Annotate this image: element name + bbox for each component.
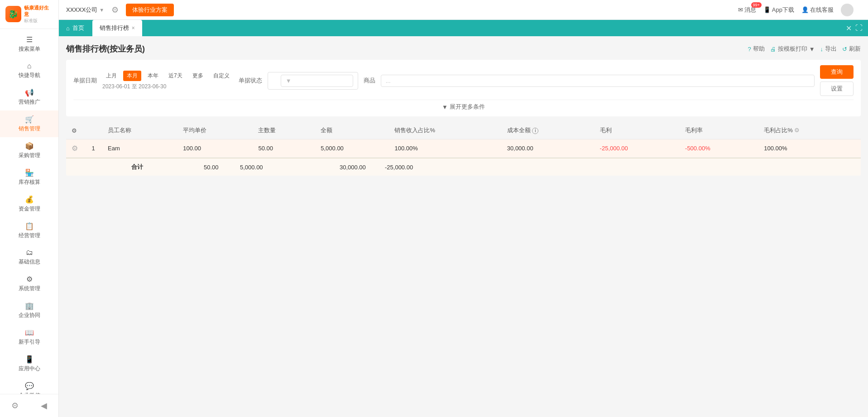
footer-cost: 30,000.00 — [334, 164, 379, 171]
logo-title: 畅康通好生意 — [24, 5, 53, 18]
company-name: XXXXX公司 — [66, 6, 97, 14]
tabs-right: ✕ ⛶ — [846, 24, 868, 33]
sidebar-item-enterprise[interactable]: 🏢企业协同 — [0, 297, 58, 324]
filter-expand: ▼ 展开更多条件 — [73, 100, 854, 111]
help-btn[interactable]: ? 帮助 — [748, 45, 764, 53]
tab-close-window-icon[interactable]: ✕ — [846, 24, 852, 33]
tab-home[interactable]: ⌂ 首页 — [59, 20, 91, 36]
expand-more-btn[interactable]: ▼ 展开更多条件 — [73, 103, 854, 111]
refresh-btn[interactable]: ↺ 刷新 — [842, 45, 861, 53]
wechat-icon: 💬 — [25, 382, 34, 390]
export-btn[interactable]: ↓ 导出 — [820, 45, 837, 53]
avatar[interactable] — [841, 4, 854, 16]
sidebar-item-system[interactable]: ⚙系统管理 — [0, 270, 58, 297]
header-message-btn[interactable]: ✉ 消息 99+ — [738, 6, 756, 14]
col-avg-price: 平均单价 — [177, 122, 253, 139]
logo-sub: 标准版 — [24, 18, 53, 24]
row-rank-0: 1 — [84, 139, 102, 158]
filter-area: 单据日期 上月 本月 本年 近7天 更多 自定义 2023-06-01 至 20… — [66, 60, 861, 116]
page-actions: ? 帮助 🖨 按模板打印 ▼ ↓ 导出 ↺ 刷新 — [748, 45, 861, 53]
sidebar-settings-btn[interactable]: ⚙ — [8, 399, 22, 412]
col-settings[interactable]: ⚙ — [66, 122, 84, 139]
sidebar-label-inventory: 库存核算 — [19, 178, 40, 186]
home-icon: ⌂ — [66, 25, 70, 32]
col-amount: 全额 — [315, 122, 389, 139]
data-table: ⚙ 员工名称 平均单价 主数量 全额 销售收入占比% 成本全额 i 毛利 毛利率… — [66, 122, 861, 176]
sidebar-item-purchase[interactable]: 📦采购管理 — [0, 137, 58, 164]
header: XXXXX公司 ▼ ⚙ 体验行业方案 ✉ 消息 99+ 📱 App下载 👤 在线… — [59, 0, 868, 20]
guide-icon: 📖 — [25, 328, 34, 337]
sidebar-item-basic[interactable]: 🗂基础信息 — [0, 244, 58, 270]
sidebar-item-quick-nav[interactable]: ⌂快捷导航 — [0, 58, 58, 84]
company-arrow-icon: ▼ — [99, 7, 104, 13]
goods-filter-label: 商品 — [364, 77, 375, 85]
sidebar-item-finance[interactable]: 💰资金管理 — [0, 191, 58, 217]
marketing-icon: 📢 — [25, 88, 34, 97]
header-app-btn[interactable]: 📱 App下载 — [763, 6, 794, 14]
filter-settings-button[interactable]: 设置 — [820, 81, 854, 96]
status-dropdown-icon: ▼ — [281, 75, 353, 87]
company-selector[interactable]: XXXXX公司 ▼ — [66, 6, 104, 14]
table-footer: 合计 50.00 5,000.00 30,000.00 -25,000.00 — [66, 158, 861, 176]
operations-icon: 📋 — [25, 222, 34, 230]
header-settings-icon[interactable]: ⚙ — [110, 3, 120, 17]
sidebar-collapse-btn[interactable]: ◀ — [37, 399, 51, 412]
tab-close-icon[interactable]: × — [132, 25, 135, 31]
refresh-label: 刷新 — [849, 45, 861, 53]
sidebar-item-operations[interactable]: 📋经营管理 — [0, 217, 58, 244]
sales-icon: 🛒 — [25, 115, 34, 124]
col-gross-pct: 毛利占比% ⚙ — [758, 122, 861, 139]
row-gross-pct-0: 100.00% — [758, 139, 861, 158]
status-select[interactable]: ▼ — [268, 72, 358, 90]
main-content: 销售排行榜(按业务员) ? 帮助 🖨 按模板打印 ▼ ↓ 导出 ↺ 刷新 — [59, 36, 868, 417]
tabs-bar: ⌂ 首页 销售排行榜 × ✕ ⛶ — [59, 20, 868, 36]
sidebar-label-quick-nav: 快捷导航 — [19, 72, 40, 79]
sidebar-item-search[interactable]: ☰搜索菜单 — [0, 31, 58, 58]
footer-amount: 5,000.00 — [235, 164, 280, 171]
date-tab-custom[interactable]: 自定义 — [210, 71, 233, 81]
inventory-icon: 🏪 — [25, 168, 34, 177]
trial-button[interactable]: 体验行业方案 — [126, 4, 174, 16]
tab-sales-ranking[interactable]: 销售排行榜 × — [92, 20, 142, 36]
col-cost: 成本全额 i — [502, 122, 595, 139]
row-cost-0: 30,000.00 — [502, 139, 595, 158]
sidebar-item-guide[interactable]: 📖新手引导 — [0, 324, 58, 350]
date-tab-more[interactable]: 更多 — [189, 71, 207, 81]
row-settings-0[interactable]: ⚙ — [66, 139, 84, 158]
help-icon: ? — [748, 46, 751, 53]
row-avg-price-0: 100.00 — [177, 139, 253, 158]
export-icon: ↓ — [820, 46, 824, 53]
sidebar-item-sales[interactable]: 🛒销售管理 — [0, 110, 58, 137]
row-gross-rate-0: -500.00% — [680, 139, 758, 158]
page-header: 销售排行榜(按业务员) ? 帮助 🖨 按模板打印 ▼ ↓ 导出 ↺ 刷新 — [66, 43, 861, 54]
print-btn[interactable]: 🖨 按模板打印 ▼ — [770, 45, 815, 53]
export-label: 导出 — [825, 45, 837, 53]
date-tab-this-year[interactable]: 本年 — [144, 71, 162, 81]
sidebar-label-operations: 经营管理 — [19, 232, 40, 240]
sidebar-item-apps[interactable]: 📱应用中心 — [0, 350, 58, 377]
refresh-icon: ↺ — [842, 46, 847, 53]
app-icon: 📱 — [763, 6, 771, 13]
print-icon: 🖨 — [770, 46, 776, 53]
tab-sales-ranking-label: 销售排行榜 — [100, 24, 129, 32]
sidebar-item-inventory[interactable]: 🏪库存核算 — [0, 164, 58, 191]
sidebar-item-marketing[interactable]: 📢营销推广 — [0, 84, 58, 110]
footer-label-text: 合计 — [126, 163, 162, 171]
print-label: 按模板打印 — [778, 45, 807, 53]
message-badge: 99+ — [751, 2, 762, 8]
table-header-row: ⚙ 员工名称 平均单价 主数量 全额 销售收入占比% 成本全额 i 毛利 毛利率… — [66, 122, 861, 139]
service-icon: 👤 — [801, 6, 809, 13]
table-row: ⚙ 1 Eam 100.00 50.00 5,000.00 100.00% 30… — [66, 139, 861, 158]
tab-maximize-icon[interactable]: ⛶ — [855, 24, 863, 32]
goods-select[interactable]: ... — [381, 75, 815, 87]
date-tab-this-month[interactable]: 本月 — [123, 71, 141, 81]
date-tabs: 上月 本月 本年 近7天 更多 自定义 — [102, 71, 233, 81]
header-service-btn[interactable]: 👤 在线客服 — [801, 6, 834, 14]
date-tab-last7days[interactable]: 近7天 — [165, 71, 186, 81]
sidebar-item-wechat[interactable]: 💬企业微信 — [0, 377, 58, 394]
sidebar-label-basic: 基础信息 — [19, 258, 40, 266]
date-tab-prev-month[interactable]: 上月 — [102, 71, 120, 81]
query-button[interactable]: 查询 — [820, 65, 854, 79]
sidebar: 🐉 畅康通好生意 标准版 ☰搜索菜单⌂快捷导航📢营销推广🛒销售管理📦采购管理🏪库… — [0, 0, 59, 417]
service-label: 在线客服 — [810, 6, 834, 14]
